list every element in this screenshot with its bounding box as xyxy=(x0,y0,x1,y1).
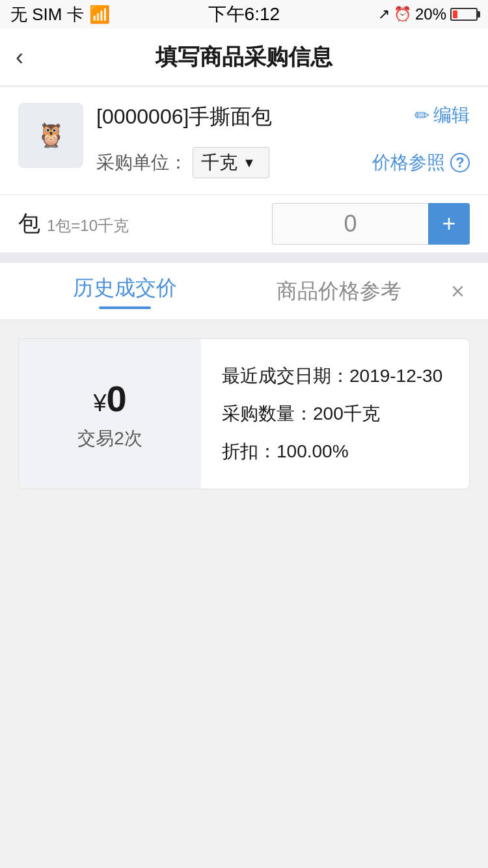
edit-label: 编辑 xyxy=(433,103,470,128)
history-card: ¥0 交易2次 最近成交日期：2019-12-30 采购数量：200千克 折扣：… xyxy=(18,338,470,489)
panel-content: ¥0 交易2次 最近成交日期：2019-12-30 采购数量：200千克 折扣：… xyxy=(0,320,488,711)
battery-percent: 20% xyxy=(415,5,446,23)
quantity-row: 包 1包=10千克 + xyxy=(0,195,488,252)
transaction-count: 交易2次 xyxy=(77,426,142,451)
product-thumb-icon: 🦉 xyxy=(36,122,66,149)
unit-select[interactable]: 千克 ▼ xyxy=(193,147,269,178)
status-time: 下午6:12 xyxy=(208,2,280,27)
date-label: 最近成交日期： xyxy=(222,366,349,386)
history-price-section: ¥0 交易2次 xyxy=(19,339,201,489)
product-name: [0000006]手撕面包 xyxy=(96,103,272,131)
quantity-unit-big: 包 xyxy=(18,209,40,239)
unit-label: 采购单位： xyxy=(96,150,187,175)
product-card: 🦉 [0000006]手撕面包 ✏ 编辑 采购单位： 千克 ▼ xyxy=(0,87,488,194)
info-icon: ? xyxy=(450,153,470,172)
quantity-input[interactable] xyxy=(272,203,428,245)
tab-price-reference[interactable]: 商品价格参考 xyxy=(232,263,445,319)
price-ref-button[interactable]: 价格参照 ? xyxy=(372,150,470,175)
product-thumbnail: 🦉 xyxy=(18,103,83,168)
product-info: [0000006]手撕面包 ✏ 编辑 采购单位： 千克 ▼ 价格参照 ? xyxy=(96,103,470,178)
header: ‹ 填写商品采购信息 xyxy=(0,29,488,86)
page-title: 填写商品采购信息 xyxy=(156,42,332,72)
tabs-bar: 历史成交价 商品价格参考 × xyxy=(0,263,488,320)
status-bar: 无 SIM 卡 📶 下午6:12 ↗ ⏰ 20% xyxy=(0,0,488,29)
status-right: ↗ ⏰ 20% xyxy=(378,5,478,23)
edit-icon: ✏ xyxy=(414,105,429,126)
tab-ref-label: 商品价格参考 xyxy=(277,277,401,306)
location-icon: ↗ xyxy=(378,6,390,23)
date-value: 2019-12-30 xyxy=(349,366,442,386)
discount-label: 折扣： xyxy=(222,441,277,461)
detail-discount-row: 折扣：100.00% xyxy=(222,438,448,465)
unit-value: 千克 xyxy=(201,150,237,175)
detail-qty-row: 采购数量：200千克 xyxy=(222,400,448,427)
qty-value: 200千克 xyxy=(313,403,380,424)
wifi-icon: 📶 xyxy=(89,5,110,25)
section-separator xyxy=(0,252,488,263)
sim-text: 无 SIM 卡 xyxy=(10,3,84,26)
dropdown-icon: ▼ xyxy=(243,156,256,170)
status-left: 无 SIM 卡 📶 xyxy=(10,3,110,26)
discount-value: 100.00% xyxy=(277,441,349,461)
history-details-section: 最近成交日期：2019-12-30 采购数量：200千克 折扣：100.00% xyxy=(201,339,469,489)
quantity-plus-button[interactable]: + xyxy=(428,203,470,245)
tabs-close-button[interactable]: × xyxy=(446,278,470,305)
tab-history-price[interactable]: 历史成交价 xyxy=(18,263,232,319)
price-value: 0 xyxy=(106,378,126,419)
tab-active-underline xyxy=(99,306,151,309)
quantity-unit-sub: 1包=10千克 xyxy=(47,215,129,236)
price-ref-label: 价格参照 xyxy=(372,150,445,175)
back-button[interactable]: ‹ xyxy=(16,44,23,71)
detail-date-row: 最近成交日期：2019-12-30 xyxy=(222,362,448,390)
battery-icon xyxy=(450,8,478,21)
tab-history-label: 历史成交价 xyxy=(73,274,177,303)
alarm-icon: ⏰ xyxy=(394,6,411,23)
history-price-display: ¥0 xyxy=(93,377,126,420)
currency-symbol: ¥ xyxy=(93,390,106,416)
edit-button[interactable]: ✏ 编辑 xyxy=(414,103,470,128)
qty-label: 采购数量： xyxy=(222,403,313,424)
